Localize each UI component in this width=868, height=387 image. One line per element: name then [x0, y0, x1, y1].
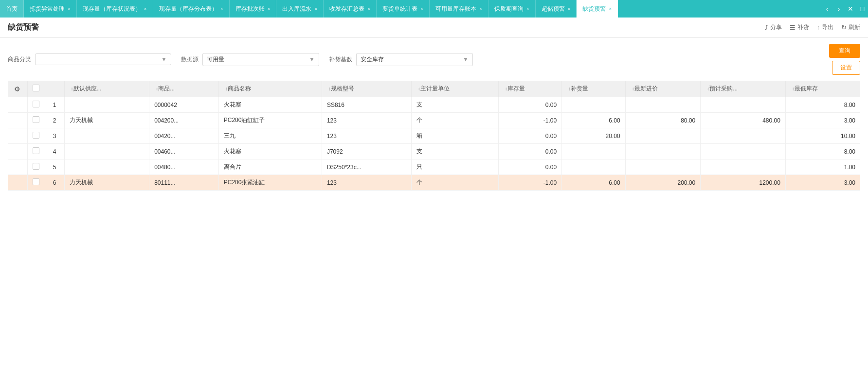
col-header-stock[interactable]: ↕库存量 — [498, 81, 561, 97]
share-icon: ⤴ — [765, 24, 768, 31]
select-all-checkbox[interactable] — [33, 85, 39, 91]
cell-min_stock-4: 1.00 — [785, 159, 860, 175]
tab-close-1[interactable]: × — [68, 6, 71, 12]
checkbox-3[interactable] — [33, 147, 39, 154]
tab-label-0: 首页 — [6, 5, 18, 13]
tab-item-0[interactable]: 首页 — [0, 0, 24, 18]
row-settings-5 — [8, 175, 27, 191]
row-checkbox-1[interactable] — [27, 113, 45, 128]
sort-icon-stock: ↕ — [505, 86, 507, 91]
checkbox-0[interactable] — [33, 101, 39, 107]
replenish-base-select[interactable]: 安全库存 ▼ — [356, 53, 473, 66]
tab-close-5[interactable]: × — [314, 6, 317, 12]
table-row: 10000042火花塞SS816支0.008.00 — [8, 97, 860, 113]
tab-nav-next[interactable]: › — [833, 0, 845, 18]
row-checkbox-4[interactable] — [27, 159, 45, 175]
cell-unit-2: 箱 — [412, 128, 499, 144]
tab-item-8[interactable]: 可用量库存账本× — [430, 0, 488, 18]
cell-spec-0: SS816 — [322, 97, 411, 113]
export-button[interactable]: ↑ 导出 — [817, 23, 834, 32]
cell-min_stock-1: 3.00 — [785, 113, 860, 128]
share-button[interactable]: ⤴ 分享 — [765, 23, 782, 32]
cell-est_purchase-4 — [701, 159, 786, 175]
checkbox-1[interactable] — [33, 116, 39, 123]
tab-close-11[interactable]: × — [609, 6, 612, 12]
row-settings-2 — [8, 128, 27, 144]
filter-actions: 查询 设置 — [829, 44, 860, 75]
col-header-product_name[interactable]: ↕商品名称 — [218, 81, 322, 97]
datasource-select[interactable]: 可用量 ▼ — [202, 53, 319, 66]
tab-item-5[interactable]: 出入库流水× — [276, 0, 324, 18]
col-header-default_supplier[interactable]: ↕默认供应... — [64, 81, 149, 97]
cell-latest_price-3 — [625, 144, 701, 159]
tab-close-4[interactable]: × — [268, 6, 271, 12]
cell-latest_price-0 — [625, 97, 701, 113]
cell-replenish_qty-0 — [562, 97, 625, 113]
tab-fullscreen[interactable]: □ — [856, 0, 868, 18]
row-checkbox-2[interactable] — [27, 128, 45, 144]
col-header-unit[interactable]: ↕主计量单位 — [412, 81, 499, 97]
tab-close-3[interactable]: × — [220, 6, 223, 12]
tab-close-9[interactable]: × — [526, 6, 529, 12]
tab-close-2[interactable]: × — [144, 6, 147, 12]
checkbox-5[interactable] — [33, 178, 39, 185]
row-settings-0 — [8, 97, 27, 113]
cell-product_code-2: 00420... — [149, 128, 219, 144]
cell-unit-1: 个 — [412, 113, 499, 128]
settings-gear-icon[interactable]: ⚙ — [14, 85, 20, 93]
col-header-replenish_qty[interactable]: ↕补货量 — [562, 81, 625, 97]
cell-product_name-5: PC200张紧油缸 — [218, 175, 322, 191]
tab-close-10[interactable]: × — [568, 6, 571, 12]
checkbox-2[interactable] — [33, 132, 39, 139]
sort-icon-latest_price: ↕ — [632, 86, 634, 91]
refresh-button[interactable]: ↻ 刷新 — [841, 23, 860, 32]
table-row: 6力天机械80111...PC200张紧油缸123个-1.006.00200.0… — [8, 175, 860, 191]
cell-unit-5: 个 — [412, 175, 499, 191]
category-select[interactable]: ▼ — [35, 53, 171, 65]
tab-item-11[interactable]: 缺货预警× — [577, 0, 618, 18]
col-header-checkbox[interactable] — [27, 81, 45, 97]
col-header-est_purchase[interactable]: ↕预计采购... — [701, 81, 786, 97]
tab-close-7[interactable]: × — [420, 6, 423, 12]
refresh-icon: ↻ — [841, 24, 847, 31]
tab-label-8: 可用量库存账本 — [435, 5, 476, 13]
col-header-latest_price[interactable]: ↕最新进价 — [625, 81, 701, 97]
cell-unit-3: 支 — [412, 144, 499, 159]
tab-item-3[interactable]: 现存量（库存分布表）× — [153, 0, 230, 18]
tab-item-6[interactable]: 收发存汇总表× — [324, 0, 377, 18]
tab-label-7: 要货单统计表 — [382, 5, 417, 13]
tab-item-10[interactable]: 超储预警× — [536, 0, 577, 18]
tab-item-1[interactable]: 拣货异常处理× — [24, 0, 77, 18]
row-checkbox-3[interactable] — [27, 144, 45, 159]
tab-item-2[interactable]: 现存量（库存状况表）× — [77, 0, 153, 18]
tab-close-8[interactable]: × — [479, 6, 482, 12]
cell-product_name-3: 火花塞 — [218, 144, 322, 159]
cell-replenish_qty-2: 20.00 — [562, 128, 625, 144]
col-header-min_stock[interactable]: ↕最低库存 — [785, 81, 860, 97]
datasource-label: 数据源 — [181, 55, 199, 64]
cell-spec-2: 123 — [322, 128, 411, 144]
col-header-product_code[interactable]: ↕商品... — [149, 81, 219, 97]
cell-default_supplier-4 — [64, 159, 149, 175]
col-header-settings[interactable]: ⚙ — [8, 81, 27, 97]
tab-close-6[interactable]: × — [367, 6, 370, 12]
row-checkbox-5[interactable] — [27, 175, 45, 191]
tab-close-all[interactable]: ✕ — [845, 0, 856, 18]
tab-item-9[interactable]: 保质期查询× — [488, 0, 536, 18]
cell-min_stock-2: 10.00 — [785, 128, 860, 144]
col-header-spec[interactable]: ↕规格型号 — [322, 81, 411, 97]
row-checkbox-0[interactable] — [27, 97, 45, 113]
query-button[interactable]: 查询 — [829, 44, 860, 58]
tab-bar: 首页拣货异常处理×现存量（库存状况表）×现存量（库存分布表）×库存批次账×出入库… — [0, 0, 868, 18]
tab-item-4[interactable]: 库存批次账× — [230, 0, 277, 18]
replenish-button[interactable]: ☰ 补货 — [790, 23, 809, 32]
tab-nav-prev[interactable]: ‹ — [821, 0, 833, 18]
sort-icon-product_name: ↕ — [225, 86, 228, 91]
checkbox-4[interactable] — [33, 163, 39, 170]
tab-item-7[interactable]: 要货单统计表× — [377, 0, 430, 18]
cell-est_purchase-0 — [701, 97, 786, 113]
settings-button[interactable]: 设置 — [832, 61, 860, 75]
sort-icon-min_stock: ↕ — [792, 86, 795, 91]
cell-unit-0: 支 — [412, 97, 499, 113]
row-index-3: 4 — [45, 144, 64, 159]
